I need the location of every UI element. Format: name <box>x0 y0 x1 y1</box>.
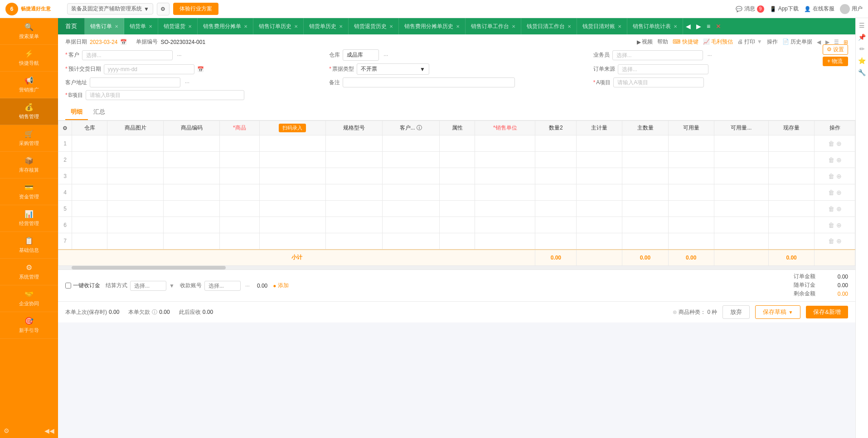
save-new-button[interactable]: 保存&新增 <box>806 306 848 318</box>
tab-home[interactable]: 首页 <box>58 18 85 34</box>
row-7-copy-icon[interactable]: ⊕ <box>836 237 842 245</box>
system-selector[interactable]: 装备及固定资产辅助管理系统 ▼ <box>67 3 153 14</box>
online-service-item[interactable]: 👤 在线客服 <box>804 5 834 13</box>
sidebar-item-operations[interactable]: 📊 经营管理 <box>0 205 58 232</box>
tab-nav-left[interactable]: ◀ <box>683 23 693 30</box>
row-1-copy-icon[interactable]: ⊕ <box>836 140 842 147</box>
sidebar-item-collab[interactable]: 🤝 企业协同 <box>0 285 58 312</box>
tab-close-stats[interactable]: ✕ <box>674 24 677 29</box>
row-1-main-qty[interactable] <box>622 135 668 152</box>
receipt-dots[interactable]: ··· <box>243 283 252 289</box>
row-1-code[interactable] <box>164 135 220 152</box>
customer-addr-dots[interactable]: ··· <box>183 79 191 86</box>
sidebar-item-basic-info[interactable]: 📋 基础信息 <box>0 232 58 259</box>
tab-reconcile[interactable]: 钱货日清对账 ✕ <box>577 18 627 34</box>
order-source-input[interactable] <box>618 64 708 74</box>
tab-nav-right[interactable]: ▶ <box>693 23 704 30</box>
single-no-value[interactable]: SO-20230324-001 <box>160 39 205 45</box>
operate-btn[interactable]: 操作 <box>767 38 778 46</box>
sidebar-item-sales[interactable]: 💰 销售管理 <box>0 98 58 125</box>
tab-sales-goods-hist[interactable]: 销货单历史 ✕ <box>304 18 349 34</box>
tab-close-sales-fee[interactable]: ✕ <box>244 24 247 29</box>
sidebar-item-inventory[interactable]: 📦 库存核算 <box>0 152 58 178</box>
row-3-warehouse[interactable] <box>72 168 107 184</box>
tab-daily-workbench[interactable]: 钱货日清工作台 ✕ <box>521 18 577 34</box>
row-5-copy-icon[interactable]: ⊕ <box>836 205 842 212</box>
a-project-input[interactable] <box>613 77 704 87</box>
salesperson-dots[interactable]: ··· <box>706 52 714 58</box>
sidebar-item-shortcuts[interactable]: ⚡ 快捷导航 <box>0 45 58 72</box>
tab-sales-order[interactable]: 销售订单 ✕ <box>85 18 124 34</box>
print-btn[interactable]: 🖨 打印 ▼ <box>737 38 762 46</box>
row-2-spec[interactable] <box>326 152 382 168</box>
row-6-delete-icon[interactable]: 🗑 <box>828 221 834 229</box>
sidebar-item-marketing[interactable]: 📢 营销推广 <box>0 72 58 98</box>
row-4-copy-icon[interactable]: ⊕ <box>836 189 842 196</box>
save-draft-button[interactable]: 保存草稿 ▼ <box>755 305 800 319</box>
tab-sales-return[interactable]: 销货退货 ✕ <box>158 18 198 34</box>
tab-detail[interactable]: 明细 <box>65 105 88 120</box>
right-icon-tool[interactable]: 🔧 <box>857 67 868 78</box>
help-btn[interactable]: 帮助 <box>657 38 668 46</box>
tab-close-sales-goods[interactable]: ✕ <box>149 24 152 29</box>
set-button[interactable]: ⚙ 设置 <box>823 44 848 55</box>
tab-close-workbench[interactable]: ✕ <box>512 24 515 29</box>
message-item[interactable]: 💬 消息 9 <box>736 5 764 13</box>
right-icon-layout[interactable]: ☰ <box>857 20 868 31</box>
horizontal-scrollbar[interactable] <box>58 266 855 270</box>
tab-workbench[interactable]: 销售订单工作台 ✕ <box>466 18 521 34</box>
sidebar-collapse-icon[interactable]: ◀◀ <box>44 427 54 434</box>
receipt-no-input[interactable] <box>204 281 241 291</box>
tab-close-daily-workbench[interactable]: ✕ <box>567 24 571 29</box>
row-1-delete-icon[interactable]: 🗑 <box>828 140 834 147</box>
tab-sales-order-hist[interactable]: 销售订单历史 ✕ <box>253 18 304 34</box>
row-2-attr[interactable] <box>440 152 475 168</box>
app-download-item[interactable]: 📱 App下载 <box>770 5 799 13</box>
row-1-customer-info[interactable] <box>382 135 440 152</box>
calendar-icon[interactable]: 📅 <box>120 39 127 45</box>
add-button[interactable]: ● 添加 <box>273 282 288 289</box>
row-3-copy-icon[interactable]: ⊕ <box>836 173 842 180</box>
remark-input[interactable] <box>343 77 515 87</box>
material-button[interactable]: + 物流 <box>823 57 848 66</box>
row-2-customer-info[interactable] <box>382 152 440 168</box>
row-4-delete-icon[interactable]: 🗑 <box>828 189 834 196</box>
payment-method-input[interactable] <box>130 281 166 291</box>
tab-stats[interactable]: 销售订单统计表 ✕ <box>627 18 683 34</box>
industry-button[interactable]: 体验行业方案 <box>173 3 218 15</box>
row-1-spec[interactable] <box>326 135 382 152</box>
one-click-order-checkbox[interactable]: 一键收订金 <box>65 282 100 289</box>
row-1-qty2[interactable] <box>535 135 577 152</box>
tab-nav-menu[interactable]: ≡ <box>704 23 713 30</box>
tab-return-hist[interactable]: 销货退货历史 ✕ <box>349 18 399 34</box>
tab-close-sales-return[interactable]: ✕ <box>188 24 192 29</box>
row-2-delete-icon[interactable]: 🗑 <box>828 156 834 164</box>
tab-close-sales-order[interactable]: ✕ <box>115 24 118 29</box>
sidebar-item-system[interactable]: ⚙ 系统管理 <box>0 259 58 285</box>
tab-sales-goods[interactable]: 销货单 ✕ <box>124 18 158 34</box>
sidebar-settings-icon[interactable]: ⚙ <box>4 427 10 434</box>
row-5-delete-icon[interactable]: 🗑 <box>828 205 834 212</box>
warehouse-dots[interactable]: ··· <box>382 52 390 58</box>
tab-close-sales-goods-hist[interactable]: ✕ <box>339 24 343 29</box>
one-click-order-check[interactable] <box>65 283 71 289</box>
save-draft-arrow[interactable]: ▼ <box>788 310 793 315</box>
sidebar-item-finance[interactable]: 💳 资金管理 <box>0 178 58 205</box>
settings-icon[interactable]: ⚙ <box>157 3 170 15</box>
row-2-qty2[interactable] <box>535 152 577 168</box>
row-2-code[interactable] <box>164 152 220 168</box>
row-2-warehouse[interactable] <box>72 152 107 168</box>
row-1-warehouse[interactable] <box>72 135 107 152</box>
col-gear[interactable]: ⚙ <box>58 121 72 135</box>
shortcut-btn[interactable]: ⌨ 快捷键 <box>673 38 698 46</box>
b-project-input[interactable] <box>86 90 244 100</box>
right-icon-edit[interactable]: ✏ <box>857 43 868 54</box>
tab-close-all[interactable]: ✕ <box>713 23 724 30</box>
tab-summary[interactable]: 汇总 <box>88 105 111 120</box>
scrollbar-thumb[interactable] <box>72 266 226 270</box>
scan-button[interactable]: 扫码录入 <box>279 124 306 132</box>
tab-close-fee-hist[interactable]: ✕ <box>456 24 460 29</box>
row-1-unit[interactable] <box>475 135 535 152</box>
date-picker-icon[interactable]: 📅 <box>197 66 204 72</box>
tab-close-sales-order-hist[interactable]: ✕ <box>294 24 298 29</box>
